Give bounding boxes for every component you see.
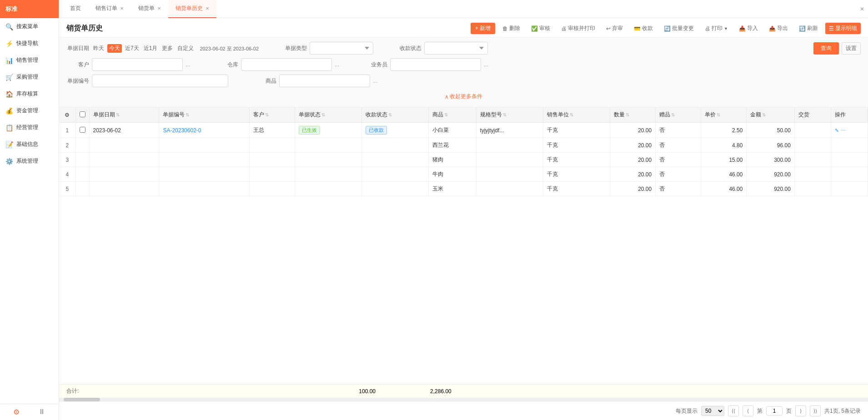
scroll-bar[interactable] (59, 398, 868, 401)
doc-no-input[interactable] (92, 75, 228, 87)
print-button[interactable]: 🖨 打印 ▼ (701, 23, 732, 34)
row-payment-status-2 (362, 153, 429, 167)
sidebar-item-basic-info[interactable]: 📝 基础信息 (0, 136, 59, 153)
row-action-1[interactable] (831, 138, 868, 153)
salesperson-input[interactable] (390, 58, 481, 71)
goods-ellipsis[interactable]: ... (373, 78, 377, 84)
row-more-btn[interactable]: ⋯ (841, 128, 846, 133)
refresh-button[interactable]: 🔃 刷新 (795, 23, 822, 34)
new-button[interactable]: + 新增 (471, 23, 495, 34)
row-edit-btn[interactable]: ✎ (835, 128, 839, 133)
sidebar-item-finance-mgmt[interactable]: 💰 资金管理 (0, 102, 59, 119)
th-customer[interactable]: 客户⇅ (249, 107, 295, 123)
settings-button[interactable]: 设置 (842, 42, 861, 55)
close-all-tabs[interactable]: ✕ (860, 6, 864, 12)
sidebar-item-quick-nav[interactable]: ⚡ 快捷导航 (0, 35, 59, 52)
tab-sales-order[interactable]: 销售订单 ✕ (88, 0, 131, 18)
sidebar-item-inventory-calc[interactable]: 🏠 库存核算 (0, 85, 59, 102)
shortcut-custom[interactable]: 自定义 (176, 44, 195, 53)
th-gift[interactable]: 赠品⇅ (656, 107, 701, 123)
row-checkbox-3[interactable] (75, 167, 89, 182)
row-gift-2: 否 (656, 153, 701, 167)
collect-button[interactable]: 💳 收款 (630, 23, 657, 34)
tab-sales-goods-close[interactable]: ✕ (157, 6, 161, 11)
settings-bottom-icon[interactable]: ⚙ (13, 408, 20, 416)
th-qty[interactable]: 数量⇅ (610, 107, 656, 123)
row-checkbox-4[interactable] (75, 182, 89, 196)
customer-ellipsis[interactable]: ... (186, 61, 190, 68)
tab-sales-order-close[interactable]: ✕ (120, 6, 124, 11)
delete-icon: 🗑 (502, 25, 508, 32)
filter-row-2: 客户 ... 仓库 ... 业务员 ... (66, 58, 861, 71)
audit-print-button[interactable]: 🖨 审核并打印 (557, 23, 599, 34)
th-doc-no[interactable]: 单据编号⇅ (159, 107, 249, 123)
th-spec-type[interactable]: 规格型号⇅ (476, 107, 543, 123)
tab-sales-history[interactable]: 销货单历史 ✕ (168, 0, 216, 18)
first-page-button[interactable]: ⟨⟨ (728, 405, 739, 416)
salesperson-ellipsis[interactable]: ... (484, 61, 488, 68)
audit-button[interactable]: ✅ 审核 (527, 23, 554, 34)
sidebar-item-system-mgmt[interactable]: ⚙️ 系统管理 (0, 153, 59, 170)
th-payment-status[interactable]: 收款状态⇅ (362, 107, 429, 123)
row-action-4[interactable] (831, 182, 868, 196)
shortcut-yesterday[interactable]: 昨天 (92, 44, 105, 53)
goods-input[interactable] (279, 75, 370, 87)
page-unit: 页 (786, 407, 792, 415)
th-doc-status[interactable]: 单据状态⇅ (295, 107, 361, 123)
next-page-button[interactable]: ⟩ (795, 405, 806, 416)
page-input[interactable]: 1 (766, 406, 783, 415)
tab-sales-goods[interactable]: 销货单 ✕ (131, 0, 168, 18)
payment-status-select[interactable] (424, 42, 488, 55)
customer-input[interactable] (92, 58, 183, 71)
import-button[interactable]: 📥 导入 (735, 23, 762, 34)
warehouse-input[interactable] (241, 58, 332, 71)
select-all-checkbox[interactable] (80, 111, 85, 117)
delete-button[interactable]: 🗑 删除 (499, 23, 524, 34)
row-gift-4: 否 (656, 182, 701, 196)
shortcut-1month[interactable]: 近1月 (142, 44, 159, 53)
shortcut-more[interactable]: 更多 (161, 44, 174, 53)
row-action-0[interactable]: ✎ ⋯ (831, 123, 868, 138)
per-page-select[interactable]: 50 100 200 (701, 406, 724, 416)
row-checkbox-1[interactable] (75, 138, 89, 153)
sidebar-item-search-menu[interactable]: 🔍 搜索菜单 (0, 18, 59, 35)
row-doc-date-3 (89, 167, 159, 182)
th-sales-unit[interactable]: 销售单位⇅ (543, 107, 610, 123)
row-action-3[interactable] (831, 167, 868, 182)
sidebar-item-operations-mgmt[interactable]: 📋 经营管理 (0, 119, 59, 136)
th-unit-price[interactable]: 单价⇅ (701, 107, 747, 123)
scroll-thumb[interactable] (64, 398, 100, 401)
sort-spec-type-icon: ⇅ (503, 112, 507, 117)
batch-change-button[interactable]: 🔄 批量变更 (660, 23, 697, 34)
sidebar-item-purchase-mgmt[interactable]: 🛒 采购管理 (0, 69, 59, 85)
tab-sales-history-close[interactable]: ✕ (206, 6, 209, 11)
shortcut-today[interactable]: 今天 (107, 44, 122, 53)
th-gear[interactable]: ⚙ (59, 107, 75, 123)
export-button[interactable]: 📤 导出 (765, 23, 792, 34)
row-doc-no-2[interactable] (159, 153, 249, 167)
row-checkbox-2[interactable] (75, 153, 89, 167)
show-detail-button[interactable]: ☰ 显示明细 (825, 23, 861, 34)
last-page-button[interactable]: ⟩⟩ (810, 405, 821, 416)
row-checkbox-0[interactable] (75, 123, 89, 138)
row-action-2[interactable] (831, 153, 868, 167)
prev-page-button[interactable]: ⟨ (743, 405, 753, 416)
sidebar-item-sales-mgmt[interactable]: 📊 销售管理 (0, 52, 59, 69)
pause-bottom-icon[interactable]: ⏸ (38, 408, 45, 416)
row-check[interactable] (80, 127, 85, 133)
row-doc-no-0[interactable]: SA-20230602-0 (159, 123, 249, 138)
doc-type-select[interactable] (310, 42, 373, 55)
abandon-button[interactable]: ↩ 弃审 (602, 23, 627, 34)
tab-home[interactable]: 首页 (63, 0, 88, 18)
collapse-button[interactable]: ∧ 收起更多条件 (66, 91, 861, 102)
th-doc-date[interactable]: 单据日期⇅ (89, 107, 159, 123)
row-doc-no-3[interactable] (159, 167, 249, 182)
row-doc-no-4[interactable] (159, 182, 249, 196)
th-checkbox[interactable] (75, 107, 89, 123)
warehouse-ellipsis[interactable]: ... (335, 61, 339, 68)
query-button[interactable]: 查询 (813, 42, 839, 55)
th-goods[interactable]: 商品⇅ (429, 107, 476, 123)
row-doc-no-1[interactable] (159, 138, 249, 153)
shortcut-7days[interactable]: 近7天 (124, 44, 140, 53)
th-amount[interactable]: 金额⇅ (747, 107, 794, 123)
